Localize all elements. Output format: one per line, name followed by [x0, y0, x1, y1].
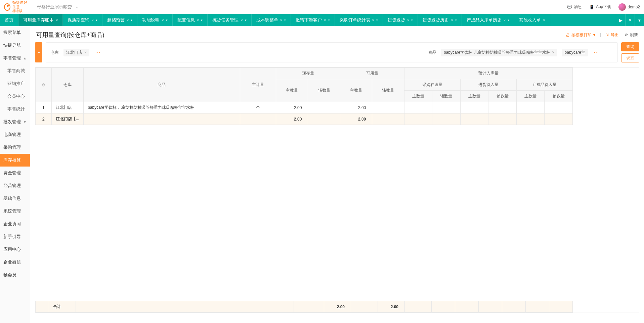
sidebar-subitem-2-0[interactable]: 零售商城 — [0, 64, 30, 77]
tab-4[interactable]: 功能说明×▾ — [137, 14, 172, 26]
query-button[interactable]: 查询 — [621, 42, 639, 51]
close-icon[interactable]: × — [241, 18, 243, 22]
close-icon[interactable]: × — [552, 50, 555, 55]
warehouse-more[interactable]: ··· — [95, 50, 101, 55]
close-icon[interactable]: × — [56, 18, 58, 22]
close-icon[interactable]: × — [280, 18, 282, 22]
col-fg-pending[interactable]: 产成品待入量 — [516, 79, 572, 91]
sidebar-item-15[interactable]: 畅会员 — [0, 269, 30, 281]
cell — [372, 113, 404, 125]
tenant-selector[interactable]: 母婴行业演示账套 ⌄ — [37, 4, 79, 10]
product-more[interactable]: ··· — [594, 50, 599, 55]
tab-5[interactable]: 配置信息×▾ — [173, 14, 208, 26]
tab-11[interactable]: 进货退货历史×▾ — [418, 14, 462, 26]
sidebar-item-1[interactable]: 快捷导航 — [0, 39, 30, 52]
tab-3[interactable]: 超储预警×▾ — [102, 14, 137, 26]
gear-column[interactable]: ⚙ — [36, 68, 52, 102]
sidebar-item-3[interactable]: 批发管理▼ — [0, 116, 30, 128]
horizontal-scrollbar[interactable] — [35, 316, 639, 320]
col-grn-aux[interactable]: 辅数量 — [488, 91, 517, 102]
sidebar-item-10[interactable]: 系统管理 — [0, 205, 30, 218]
sidebar-item-label: 搜索菜单 — [3, 30, 21, 36]
tab-8[interactable]: 邀请下游客户×▾ — [291, 14, 335, 26]
sidebar-item-8[interactable]: 经营管理 — [0, 179, 30, 192]
chevron-up-icon: ▲ — [23, 56, 27, 60]
close-icon[interactable]: × — [543, 18, 545, 22]
product-tag-1[interactable]: babycare学饮杯 儿童防摔防撞吸管杯重力球吸嘴杯宝宝水杯 × — [441, 49, 557, 56]
print-button[interactable]: 🖨 按模板打印 ▾ — [566, 32, 595, 38]
col-expected-in[interactable]: 预计入库量 — [404, 68, 572, 79]
settings-button[interactable]: 设置 — [621, 53, 639, 62]
tab-13[interactable]: 其他收入单× — [514, 14, 550, 26]
refresh-button[interactable]: ⟳ 刷新 — [625, 32, 638, 38]
warehouse-tag[interactable]: 江北门店 × — [63, 49, 89, 56]
col-product[interactable]: 商品 — [84, 68, 240, 102]
col-avail-main[interactable]: 主数量 — [340, 79, 372, 102]
cell: babycare学饮杯 儿童防摔防撞吸管杯重力球吸嘴杯宝宝水杯 — [84, 102, 240, 113]
table-row[interactable]: 1江北门店babycare学饮杯 儿童防摔防撞吸管杯重力球吸嘴杯宝宝水杯个2.0… — [36, 102, 573, 113]
close-icon[interactable]: × — [162, 18, 164, 22]
cell — [488, 102, 517, 113]
col-po-transit[interactable]: 采购在途量 — [404, 79, 460, 91]
chevron-down-icon: ▾ — [455, 18, 457, 22]
table-row[interactable]: 2江北门店【...2.002.00 — [36, 113, 573, 125]
sidebar-item-7[interactable]: 资金管理 — [0, 167, 30, 179]
sidebar-item-5[interactable]: 采购管理 — [0, 141, 30, 154]
col-grn-pending[interactable]: 进货待入量 — [460, 79, 516, 91]
sidebar-subitem-2-2[interactable]: 会员中心 — [0, 90, 30, 103]
product-tag-2[interactable]: babycare宝 — [562, 49, 588, 56]
sidebar-item-4[interactable]: 电商管理 — [0, 128, 30, 141]
col-warehouse[interactable]: 仓库 — [51, 68, 83, 102]
close-icon[interactable]: × — [324, 18, 326, 22]
close-icon[interactable]: × — [91, 18, 93, 22]
tabs-menu[interactable]: ▾ — [635, 14, 644, 26]
sidebar-item-12[interactable]: 新手引导 — [0, 230, 30, 243]
tab-1[interactable]: 可用量库存账本× — [18, 14, 63, 26]
tab-6[interactable]: 拣货任务管理×▾ — [208, 14, 251, 26]
col-stock-aux[interactable]: 辅数量 — [308, 79, 340, 102]
sidebar-item-6[interactable]: 库存核算 — [0, 154, 30, 167]
sidebar-item-0[interactable]: 搜索菜单 — [0, 26, 30, 39]
product-label: 商品 — [428, 50, 436, 55]
close-icon[interactable]: × — [127, 18, 129, 22]
sidebar-item-11[interactable]: 企业协同 — [0, 218, 30, 230]
sidebar-item-14[interactable]: 企业微信 — [0, 256, 30, 269]
col-grn-main[interactable]: 主数量 — [460, 91, 488, 102]
sidebar-item-2[interactable]: 零售管理▲ — [0, 52, 30, 64]
sidebar-subitem-2-3[interactable]: 零售统计 — [0, 103, 30, 116]
col-avail-aux[interactable]: 辅数量 — [372, 79, 404, 102]
tabs-scroll-right[interactable]: ▶ — [616, 14, 625, 26]
sidebar-item-13[interactable]: 应用中心 — [0, 243, 30, 256]
close-icon[interactable]: × — [197, 18, 199, 22]
col-fg-main[interactable]: 主数量 — [516, 91, 545, 102]
tab-7[interactable]: 成本调整单×▾ — [252, 14, 291, 26]
col-fg-aux[interactable]: 辅数量 — [545, 91, 573, 102]
col-stock-main[interactable]: 主数量 — [276, 79, 308, 102]
col-po-aux[interactable]: 辅数量 — [432, 91, 461, 102]
print-label: 按模板打印 — [571, 32, 592, 38]
tab-12[interactable]: 产成品入库单历史×▾ — [462, 14, 514, 26]
close-icon[interactable]: × — [407, 18, 409, 22]
col-unit[interactable]: 主计量 — [240, 68, 276, 102]
tab-label: 可用量库存账本 — [23, 17, 54, 23]
col-stock[interactable]: 现存量 — [276, 68, 340, 79]
collapse-filter-button[interactable]: » — [35, 42, 42, 62]
messages-button[interactable]: 💬 消息 — [567, 4, 582, 10]
sidebar-subitem-2-1[interactable]: 营销推广 — [0, 77, 30, 90]
tab-10[interactable]: 进货退货×▾ — [383, 14, 418, 26]
logo[interactable]: 畅捷通好生意 标准版 — [4, 0, 30, 13]
app-download-button[interactable]: 📱 App下载 — [589, 4, 611, 10]
close-icon[interactable]: × — [372, 18, 374, 22]
tabs-close-all[interactable]: ✕ — [625, 14, 635, 26]
user-menu[interactable]: demo2 — [618, 3, 640, 11]
export-button[interactable]: ⇲ 导出 — [606, 32, 619, 38]
close-icon[interactable]: × — [451, 18, 453, 22]
close-icon[interactable]: × — [84, 50, 87, 55]
col-available[interactable]: 可用量 — [340, 68, 404, 79]
tab-9[interactable]: 采购订单统计表×▾ — [335, 14, 383, 26]
tab-0[interactable]: 首页 — [0, 14, 18, 26]
close-icon[interactable]: × — [504, 18, 506, 22]
col-po-main[interactable]: 主数量 — [404, 91, 432, 102]
sidebar-item-9[interactable]: 基础信息 — [0, 192, 30, 205]
tab-2[interactable]: 保质期查询×▾ — [63, 14, 102, 26]
